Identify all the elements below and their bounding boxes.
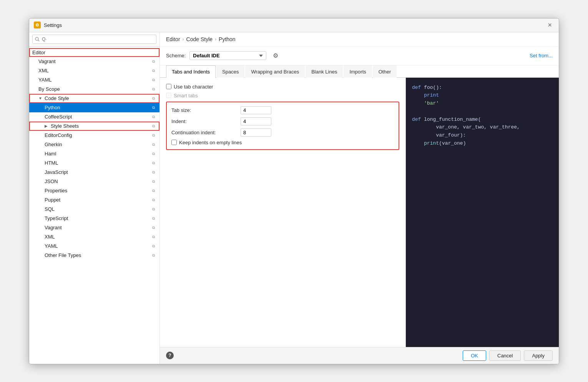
sidebar-item-puppet-label: Puppet [45, 197, 60, 203]
sidebar-item-properties-label: Properties [45, 188, 67, 194]
sidebar-item-javascript-label: JavaScript [45, 169, 68, 175]
sidebar-item-javascript[interactable]: JavaScript ⧉ [29, 168, 159, 177]
indent-input[interactable] [241, 117, 271, 125]
copy-icon-python: ⧉ [150, 105, 156, 111]
scheme-gear-button[interactable]: ⚙ [270, 50, 281, 61]
sidebar-item-puppet[interactable]: Puppet ⧉ [29, 195, 159, 205]
sidebar-item-sql-label: SQL [45, 206, 55, 212]
copy-icon-json: ⧉ [150, 178, 156, 185]
sidebar-item-coffeescript[interactable]: CoffeeScript ⧉ [29, 112, 159, 122]
expand-arrow-code-style: ▼ [38, 96, 43, 100]
breadcrumb-python: Python [219, 36, 236, 42]
sidebar-item-haml-label: Haml [45, 151, 56, 157]
copy-icon-editorconfig: ⧉ [150, 132, 156, 138]
search-box [29, 32, 159, 47]
apply-button[interactable]: Apply [524, 350, 553, 361]
sidebar: Editor Vagrant ⧉ XML ⧉ Y [29, 32, 160, 364]
copy-icon-vagrant: ⧉ [150, 58, 156, 65]
sidebar-item-gherkin[interactable]: Gherkin ⧉ [29, 140, 159, 149]
keep-indents-checkbox[interactable] [171, 140, 177, 145]
tab-imports[interactable]: Imports [344, 65, 372, 78]
sidebar-item-vagrant[interactable]: Vagrant ⧉ [29, 57, 159, 66]
tab-blank-lines[interactable]: Blank Lines [306, 65, 343, 78]
code-line-8: print(var_one) [412, 140, 553, 148]
code-line-5: def long_function_name( [412, 116, 553, 124]
sidebar-item-xml[interactable]: XML ⧉ [29, 66, 159, 75]
smart-tabs-label: Smart tabs [174, 93, 198, 98]
sidebar-item-python[interactable]: Python ⧉ [29, 103, 159, 112]
tab-size-label: Tab size: [171, 107, 241, 113]
cancel-button[interactable]: Cancel [489, 350, 521, 361]
code-line-6: var_one, var_two, var_three, [412, 123, 553, 132]
sidebar-item-style-sheets[interactable]: ▶ Style Sheets ⧉ [29, 122, 159, 131]
dialog-body: Editor Vagrant ⧉ XML ⧉ Y [29, 32, 559, 364]
sidebar-tree: Editor Vagrant ⧉ XML ⧉ Y [29, 47, 159, 364]
copy-icon-html: ⧉ [150, 160, 156, 166]
sidebar-item-html[interactable]: HTML ⧉ [29, 158, 159, 168]
sidebar-item-vagrant2[interactable]: Vagrant ⧉ [29, 223, 159, 232]
continuation-indent-input[interactable] [241, 128, 271, 137]
set-from-link[interactable]: Set from... [530, 53, 553, 58]
tab-spaces[interactable]: Spaces [216, 65, 244, 78]
sidebar-item-by-scope[interactable]: By Scope ⧉ [29, 85, 159, 94]
scheme-select[interactable]: Default IDE [189, 51, 266, 60]
indent-settings-section: Tab size: Indent: Continuation indent: [166, 102, 399, 150]
code-line-3: 'bar' [412, 100, 553, 108]
copy-icon-haml: ⧉ [150, 151, 156, 157]
use-tab-character-checkbox[interactable] [166, 84, 171, 89]
copy-icon-code-style: ⧉ [150, 95, 156, 102]
copy-icon-sql: ⧉ [150, 206, 156, 212]
copy-icon-yaml: ⧉ [150, 77, 156, 83]
tab-wrapping[interactable]: Wrapping and Braces [245, 65, 305, 78]
expand-arrow-style-sheets: ▶ [45, 124, 49, 128]
tab-other[interactable]: Other [373, 65, 397, 78]
copy-icon-typescript: ⧉ [150, 215, 156, 222]
indent-row: Indent: [171, 117, 394, 125]
breadcrumb-sep-2: › [215, 37, 216, 42]
tab-tabs-and-indents[interactable]: Tabs and Indents [166, 65, 216, 78]
sidebar-item-other-file-types[interactable]: Other File Types ⧉ [29, 251, 159, 260]
ok-button[interactable]: OK [463, 350, 486, 361]
sidebar-item-editor[interactable]: Editor [29, 48, 159, 57]
help-button[interactable]: ? [166, 352, 174, 359]
sidebar-item-xml2-label: XML [45, 234, 55, 240]
sidebar-item-by-scope-label: By Scope [38, 86, 60, 92]
sidebar-item-editorconfig-label: EditorConfig [45, 132, 72, 138]
sidebar-item-xml2[interactable]: XML ⧉ [29, 232, 159, 242]
sidebar-item-vagrant2-label: Vagrant [45, 225, 62, 230]
sidebar-item-sql[interactable]: SQL ⧉ [29, 205, 159, 214]
sidebar-item-haml[interactable]: Haml ⧉ [29, 149, 159, 158]
sidebar-item-code-style[interactable]: ▼ Code Style ⧉ [29, 94, 159, 103]
keep-indents-row: Keep indents on empty lines [171, 140, 394, 145]
scheme-label: Scheme: [166, 53, 186, 58]
copy-icon-other-file-types: ⧉ [150, 252, 156, 259]
sidebar-item-yaml2[interactable]: YAML ⧉ [29, 242, 159, 251]
sidebar-item-yaml[interactable]: YAML ⧉ [29, 75, 159, 85]
code-line-4 [412, 108, 553, 116]
sidebar-item-gherkin-label: Gherkin [45, 142, 62, 147]
breadcrumb-code-style: Code Style [186, 36, 213, 42]
content-area: Use tab character Smart tabs Tab size: [160, 78, 559, 347]
sidebar-item-json[interactable]: JSON ⧉ [29, 177, 159, 186]
sidebar-item-editorconfig[interactable]: EditorConfig ⧉ [29, 131, 159, 140]
code-line-7: var_four): [412, 132, 553, 140]
copy-icon-xml2: ⧉ [150, 234, 156, 240]
breadcrumb-editor: Editor [166, 36, 180, 42]
search-input[interactable] [32, 35, 156, 44]
copy-icon-vagrant2: ⧉ [150, 225, 156, 231]
smart-tabs-row: Smart tabs [166, 93, 399, 98]
smart-tabs-checkbox[interactable] [166, 93, 171, 98]
close-button[interactable]: × [545, 21, 554, 29]
tab-size-row: Tab size: [171, 106, 394, 114]
left-panel: Use tab character Smart tabs Tab size: [160, 78, 406, 347]
tab-size-input[interactable] [241, 106, 271, 114]
copy-icon-gherkin: ⧉ [150, 142, 156, 148]
continuation-indent-row: Continuation indent: [171, 128, 394, 137]
scheme-row: Scheme: Default IDE ⚙ Set from... [160, 47, 559, 65]
breadcrumb-sep-1: › [183, 37, 184, 42]
sidebar-item-json-label: JSON [45, 178, 58, 184]
title-bar-left: ⚙ Settings [34, 22, 62, 28]
sidebar-item-properties[interactable]: Properties ⧉ [29, 186, 159, 195]
sidebar-item-typescript-label: TypeScript [45, 215, 68, 221]
sidebar-item-typescript[interactable]: TypeScript ⧉ [29, 214, 159, 223]
